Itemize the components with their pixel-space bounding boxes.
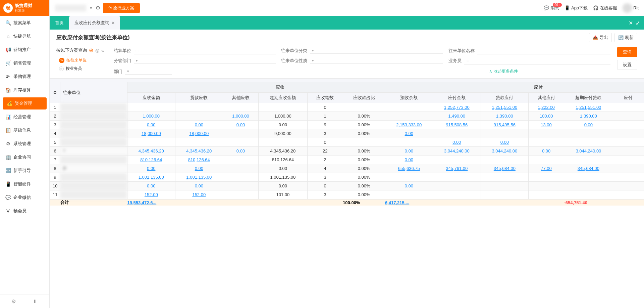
footer-ar-total[interactable]: 19,553,472,6...: [127, 199, 175, 206]
table-cell[interactable]: 0.00: [175, 182, 223, 190]
table-cell[interactable]: 345,684.00: [564, 164, 613, 173]
app-download-btn[interactable]: 📱 App下载: [565, 5, 588, 11]
table-cell[interactable]: 1,251,551.00: [564, 103, 613, 112]
partner-category-select[interactable]: ▼: [310, 48, 443, 54]
sidebar-collapse-btn[interactable]: ⏸: [33, 299, 38, 305]
sidebar-item-search[interactable]: 🔍 搜索菜单: [0, 16, 49, 30]
table-cell[interactable]: 13.00: [529, 121, 564, 129]
table-cell[interactable]: 0.00: [481, 138, 529, 147]
sidebar-item-finance[interactable]: 💰 资金管理: [3, 97, 47, 109]
table-cell[interactable]: 0.00: [127, 182, 175, 190]
sidebar-item-wechat[interactable]: 💬 企业微信: [0, 191, 49, 204]
collapse-scheme-icon[interactable]: «: [101, 48, 104, 53]
table-cell[interactable]: 1,000.00: [223, 112, 259, 121]
sidebar-item-sales[interactable]: 🛒 销售管理: [0, 56, 49, 70]
table-cell[interactable]: 1,490.00: [433, 112, 481, 121]
table-cell[interactable]: 1,001,135.00: [127, 173, 175, 182]
edit-scheme-icon[interactable]: ◎: [95, 48, 99, 53]
partner-name-text-input[interactable]: [479, 48, 609, 53]
footer-ar-prepaid[interactable]: 6,417,215....: [385, 199, 433, 206]
partner-name-input[interactable]: [477, 47, 610, 54]
query-btn[interactable]: 查询: [617, 47, 637, 57]
table-cell[interactable]: 77.00: [529, 164, 564, 173]
sidebar-item-hardware[interactable]: 📱 智能硬件: [0, 177, 49, 191]
table-cell[interactable]: 4,345,436.20: [175, 147, 223, 156]
table-cell[interactable]: 100.00: [529, 112, 564, 121]
setting-btn[interactable]: 设置: [617, 60, 637, 70]
sidebar-item-vip[interactable]: V 畅会员: [0, 204, 49, 218]
table-cell[interactable]: 0.00: [564, 121, 613, 129]
table-cell[interactable]: 1,000.00: [127, 112, 175, 121]
collapse-more-btn[interactable]: ∧ 收起更多条件: [485, 67, 522, 76]
table-cell[interactable]: 0.00: [385, 147, 433, 156]
table-cell[interactable]: 345,684.00: [481, 164, 529, 173]
tab-close-window-icon[interactable]: ✕: [629, 20, 633, 26]
table-cell[interactable]: 1,001,135.00: [175, 173, 223, 182]
sidebar-item-enterprise[interactable]: 🏢 企业协同: [0, 150, 49, 164]
table-cell[interactable]: 915,495.56: [481, 121, 529, 129]
table-cell[interactable]: 0.00: [127, 121, 175, 129]
table-cell[interactable]: 1,390.00: [481, 112, 529, 121]
table-cell: [564, 138, 613, 147]
add-scheme-icon[interactable]: ⊕: [89, 47, 93, 53]
table-cell[interactable]: 0.00: [385, 156, 433, 164]
table-cell[interactable]: 18,000.00: [175, 129, 223, 138]
table-cell[interactable]: 2,153,333.00: [385, 121, 433, 129]
table-cell[interactable]: 0.00: [223, 147, 259, 156]
table-cell[interactable]: 4,345,436.20: [127, 147, 175, 156]
main-area: ▼ ⚙ 体验行业方案 💬 消息 99+ 📱 App下载 🎧 在线客服 Rit: [50, 0, 644, 308]
th-ar-ratio: 应收款占比: [343, 93, 385, 103]
table-cell[interactable]: 810,126.64: [127, 156, 175, 164]
table-cell[interactable]: 18,000.00: [127, 129, 175, 138]
sidebar-item-operation[interactable]: 📊 经营管理: [0, 110, 49, 124]
table-cell[interactable]: 0.00: [433, 138, 481, 147]
table-cell[interactable]: 655,636.75: [385, 164, 433, 173]
table-cell[interactable]: 3,044,240.00: [564, 147, 613, 156]
scheme-item-partner[interactable]: W 按往来单位: [56, 56, 104, 64]
settings-gear-icon[interactable]: ⚙: [96, 5, 100, 11]
sidebar-item-marketing[interactable]: 📢 营销推广: [0, 43, 49, 56]
table-cell[interactable]: 3,044,240.00: [433, 147, 481, 156]
user-info-btn[interactable]: Rit: [623, 3, 639, 13]
salesman-input[interactable]: ···: [464, 57, 610, 64]
sidebar-item-purchase[interactable]: 🛍 采购管理: [0, 70, 49, 83]
table-cell[interactable]: 1,222.00: [529, 103, 564, 112]
department-select[interactable]: ▼: [125, 69, 172, 75]
export-btn[interactable]: 📤 导出: [589, 33, 612, 42]
table-cell[interactable]: 915,508.56: [433, 121, 481, 129]
table-cell[interactable]: 0.00: [175, 121, 223, 129]
table-cell[interactable]: 810,126.64: [175, 156, 223, 164]
sidebar-item-quick[interactable]: ⌂ 快捷导航: [0, 30, 49, 43]
messages-btn[interactable]: 💬 消息 99+: [544, 5, 559, 11]
table-cell[interactable]: 0.00: [529, 147, 564, 156]
sidebar-settings-btn[interactable]: ⚙: [11, 298, 16, 305]
table-cell[interactable]: 0.00: [385, 182, 433, 190]
division-select[interactable]: ▼: [134, 58, 276, 64]
table-cell[interactable]: 0.00: [385, 129, 433, 138]
partner-nature-select[interactable]: ▼: [310, 58, 443, 64]
scheme-item-salesman[interactable]: ◷ 按业务员: [56, 64, 104, 73]
table-cell[interactable]: 3,044,240.00: [481, 147, 529, 156]
table-cell[interactable]: 1,390.00: [564, 112, 613, 121]
refresh-btn[interactable]: 🔄 刷新: [614, 33, 637, 42]
table-cell[interactable]: 1,252,773.00: [433, 103, 481, 112]
sidebar-item-inventory[interactable]: 🏠 库存核算: [0, 83, 49, 97]
tab-close-icon[interactable]: ✕: [111, 20, 115, 25]
tab-maximize-icon[interactable]: ⤢: [636, 20, 640, 26]
sidebar-item-guide[interactable]: 🆕 新手引导: [0, 164, 49, 177]
table-cell[interactable]: 152.00: [127, 190, 175, 200]
sidebar-item-basic[interactable]: 📋 基础信息: [0, 124, 49, 137]
trial-industry-btn[interactable]: 体验行业方案: [103, 3, 140, 13]
tab-ar-query[interactable]: 应收应付余额查询 ✕: [69, 16, 120, 30]
table-cell[interactable]: 0.00: [127, 164, 175, 173]
sidebar-item-system[interactable]: ⚙ 系统管理: [0, 137, 49, 150]
online-service-btn[interactable]: 🎧 在线客服: [593, 5, 617, 11]
settlement-unit-input[interactable]: ···: [134, 47, 276, 54]
table-cell[interactable]: 1,251,551.00: [481, 103, 529, 112]
table-cell[interactable]: 0.00: [223, 121, 259, 129]
table-cell[interactable]: 0.00: [175, 164, 223, 173]
th-settings[interactable]: ⚙: [50, 82, 60, 103]
table-cell[interactable]: 345,761.00: [433, 164, 481, 173]
tab-home[interactable]: 首页: [50, 16, 69, 30]
table-cell[interactable]: 152.00: [175, 190, 223, 200]
